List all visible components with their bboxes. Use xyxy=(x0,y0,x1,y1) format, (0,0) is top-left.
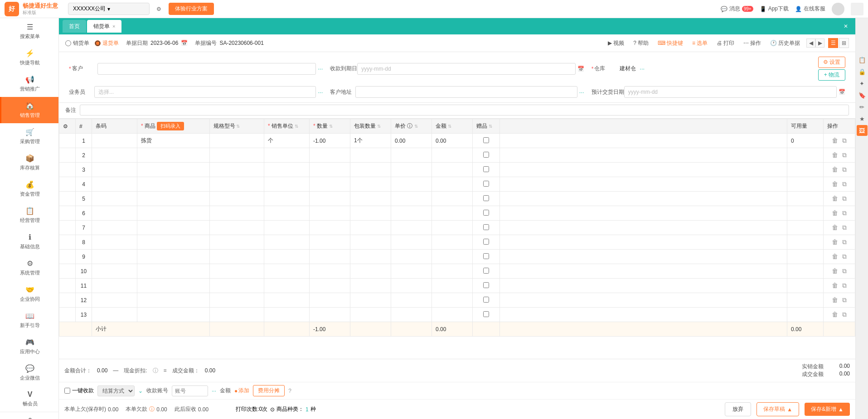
lack-help-icon[interactable]: ⓘ xyxy=(149,405,155,413)
row-gift-1[interactable] xyxy=(473,148,500,163)
trial-button[interactable]: 体验行业方案 xyxy=(169,3,214,15)
addr-dots-icon[interactable]: ··· xyxy=(579,89,584,96)
sidebar-item-guide[interactable]: 📖 新手引导 xyxy=(0,307,58,333)
rp-lock-icon[interactable]: 🔒 xyxy=(857,66,868,77)
row-barcode-1[interactable] xyxy=(92,148,137,163)
row-gift-7[interactable] xyxy=(473,235,500,250)
row-pkgqty-5[interactable] xyxy=(350,206,391,221)
calc-method-dots[interactable]: ⌄ xyxy=(138,388,143,394)
row-barcode-8[interactable] xyxy=(92,250,137,264)
row-qty-10[interactable] xyxy=(310,279,350,293)
row-unit-12[interactable] xyxy=(264,308,310,322)
row-gift-0[interactable] xyxy=(473,134,500,148)
rp-star-icon[interactable]: ✦ xyxy=(857,78,868,89)
row-delete-11[interactable]: 🗑 xyxy=(830,296,839,303)
salesperson-dots-icon[interactable]: ··· xyxy=(318,89,323,96)
user-menu-icon[interactable] xyxy=(851,3,863,15)
row-qty-2[interactable] xyxy=(310,163,350,177)
row-copy-4[interactable]: ⧉ xyxy=(841,195,848,202)
row-pkgqty-11[interactable] xyxy=(350,293,391,308)
row-price-6[interactable] xyxy=(391,221,432,235)
row-goods-11[interactable] xyxy=(137,293,210,308)
row-copy-11[interactable]: ⧉ xyxy=(841,296,848,304)
row-pkgqty-0[interactable]: 1个 xyxy=(350,134,391,148)
row-goods-3[interactable] xyxy=(137,177,210,192)
row-copy-12[interactable]: ⧉ xyxy=(841,311,848,318)
row-copy-3[interactable]: ⧉ xyxy=(841,180,848,188)
expected-date-calendar-icon[interactable]: 📅 xyxy=(839,89,845,95)
row-delete-6[interactable]: 🗑 xyxy=(830,224,839,231)
row-unit-6[interactable] xyxy=(264,221,310,235)
rp-bookmark-icon[interactable]: 🔖 xyxy=(857,90,868,101)
row-pkgqty-2[interactable] xyxy=(350,163,391,177)
message-button[interactable]: 💬 消息 99+ xyxy=(721,5,753,13)
sidebar-item-marketing[interactable]: 📢 营销推广 xyxy=(0,71,58,97)
row-qty-3[interactable] xyxy=(310,177,350,192)
row-delete-10[interactable]: 🗑 xyxy=(830,282,839,289)
sidebar-item-search[interactable]: ☰ 搜索菜单 xyxy=(0,18,58,44)
avatar[interactable] xyxy=(832,3,844,15)
rp-notes-icon[interactable]: 📋 xyxy=(857,54,868,65)
next-arrow[interactable]: ▶ xyxy=(815,39,824,48)
sidebar-item-basics[interactable]: ℹ 基础信息 xyxy=(0,228,58,255)
row-amount-9[interactable] xyxy=(432,264,473,279)
row-copy-2[interactable]: ⧉ xyxy=(841,166,848,173)
row-unit-4[interactable] xyxy=(264,192,310,206)
row-amount-0[interactable]: 0.00 xyxy=(432,134,473,148)
row-gift-3[interactable] xyxy=(473,177,500,192)
row-pkgqty-3[interactable] xyxy=(350,177,391,192)
row-copy-9[interactable]: ⧉ xyxy=(841,267,848,275)
row-amount-7[interactable] xyxy=(432,235,473,250)
row-qty-7[interactable] xyxy=(310,235,350,250)
sidebar-item-collab[interactable]: 🤝 企业协同 xyxy=(0,281,58,307)
sidebar-item-appstore[interactable]: 🎮 应用中心 xyxy=(0,333,58,360)
row-amount-1[interactable] xyxy=(432,148,473,163)
row-amount-10[interactable] xyxy=(432,279,473,293)
row-spec-1[interactable] xyxy=(210,148,264,163)
row-price-10[interactable] xyxy=(391,279,432,293)
notes-input[interactable] xyxy=(80,105,849,116)
account-input[interactable] xyxy=(172,385,208,396)
row-amount-12[interactable] xyxy=(432,308,473,322)
row-qty-0[interactable]: -1.00 xyxy=(310,134,350,148)
row-gift-9[interactable] xyxy=(473,264,500,279)
row-gift-12[interactable] xyxy=(473,308,500,322)
row-barcode-0[interactable] xyxy=(92,134,137,148)
row-unit-11[interactable] xyxy=(264,293,310,308)
row-copy-10[interactable]: ⧉ xyxy=(841,282,848,289)
row-copy-6[interactable]: ⧉ xyxy=(841,224,848,231)
row-goods-12[interactable] xyxy=(137,308,210,322)
row-delete-9[interactable]: 🗑 xyxy=(830,267,839,275)
row-unit-8[interactable] xyxy=(264,250,310,264)
row-delete-0[interactable]: 🗑 xyxy=(830,137,839,144)
row-goods-1[interactable] xyxy=(137,148,210,163)
print-button[interactable]: 🖨 打印 xyxy=(714,39,737,48)
sidebar-settings[interactable]: ⚙ xyxy=(0,412,58,419)
abandon-button[interactable]: 放弃 xyxy=(725,402,751,416)
row-spec-11[interactable] xyxy=(210,293,264,308)
row-gift-11[interactable] xyxy=(473,293,500,308)
row-amount-6[interactable] xyxy=(432,221,473,235)
row-qty-5[interactable] xyxy=(310,206,350,221)
rp-image-icon[interactable]: 🖼 xyxy=(857,125,868,136)
row-delete-12[interactable]: 🗑 xyxy=(830,311,839,318)
row-qty-12[interactable] xyxy=(310,308,350,322)
row-goods-6[interactable] xyxy=(137,221,210,235)
row-gift-4[interactable] xyxy=(473,192,500,206)
customer-dots-icon[interactable]: ··· xyxy=(318,65,323,72)
calc-method-select[interactable]: 结算方式 xyxy=(97,385,135,396)
row-price-3[interactable] xyxy=(391,177,432,192)
logistics-button[interactable]: + 物流 xyxy=(818,69,845,81)
scan-button[interactable]: 扫码录入 xyxy=(157,122,184,130)
help-button[interactable]: ? 帮助 xyxy=(630,39,651,48)
row-unit-1[interactable] xyxy=(264,148,310,163)
expense-split-button[interactable]: 费用分摊 xyxy=(253,385,285,396)
warehouse-dots-icon[interactable]: ··· xyxy=(640,65,645,72)
row-spec-9[interactable] xyxy=(210,264,264,279)
radio-return-order[interactable]: 退货单 xyxy=(95,39,119,47)
add-payment-button[interactable]: ● 添加 xyxy=(234,387,249,395)
customer-input[interactable] xyxy=(97,63,316,75)
rp-edit-icon[interactable]: ✏ xyxy=(857,101,868,112)
col-header-settings[interactable]: ⚙ xyxy=(59,119,76,134)
row-gift-5[interactable] xyxy=(473,206,500,221)
